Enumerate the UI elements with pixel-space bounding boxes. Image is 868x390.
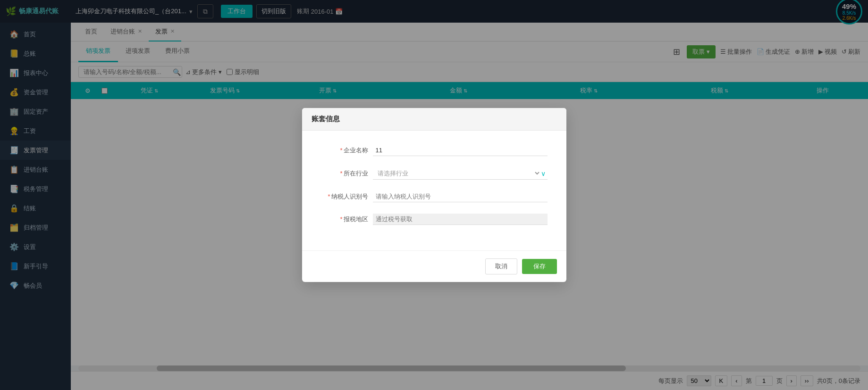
label-company: *企业名称	[321, 146, 373, 155]
required-star-4: *	[340, 216, 342, 223]
form-row-company: *企业名称	[321, 145, 548, 156]
select-arrow-icon: ∨	[541, 170, 546, 177]
form-row-taxid: *纳税人识别号	[321, 191, 548, 202]
cancel-button[interactable]: 取消	[485, 258, 517, 274]
label-industry: *所在行业	[321, 169, 373, 178]
form-row-industry: *所在行业 请选择行业 ∨	[321, 167, 548, 180]
required-star-2: *	[340, 170, 342, 177]
save-button[interactable]: 保存	[522, 259, 557, 274]
input-taxid[interactable]	[373, 191, 548, 202]
modal-overlay: 账套信息 *企业名称 *所在行业 请选择行业 ∨	[0, 0, 868, 390]
modal-footer: 取消 保存	[302, 250, 566, 282]
industry-select-wrapper[interactable]: 请选择行业 ∨	[373, 167, 548, 180]
form-row-tax-region: *报税地区	[321, 214, 548, 225]
required-star-3: *	[328, 193, 330, 200]
modal-title: 账套信息	[302, 108, 566, 131]
account-info-modal: 账套信息 *企业名称 *所在行业 请选择行业 ∨	[302, 108, 566, 282]
label-taxid: *纳税人识别号	[321, 192, 373, 201]
label-tax-region: *报税地区	[321, 215, 373, 224]
modal-body: *企业名称 *所在行业 请选择行业 ∨ *纳税人识别号	[302, 131, 566, 250]
input-tax-region	[373, 214, 548, 225]
required-star: *	[340, 147, 342, 154]
industry-select[interactable]: 请选择行业	[373, 167, 541, 179]
input-company-name[interactable]	[373, 145, 548, 156]
